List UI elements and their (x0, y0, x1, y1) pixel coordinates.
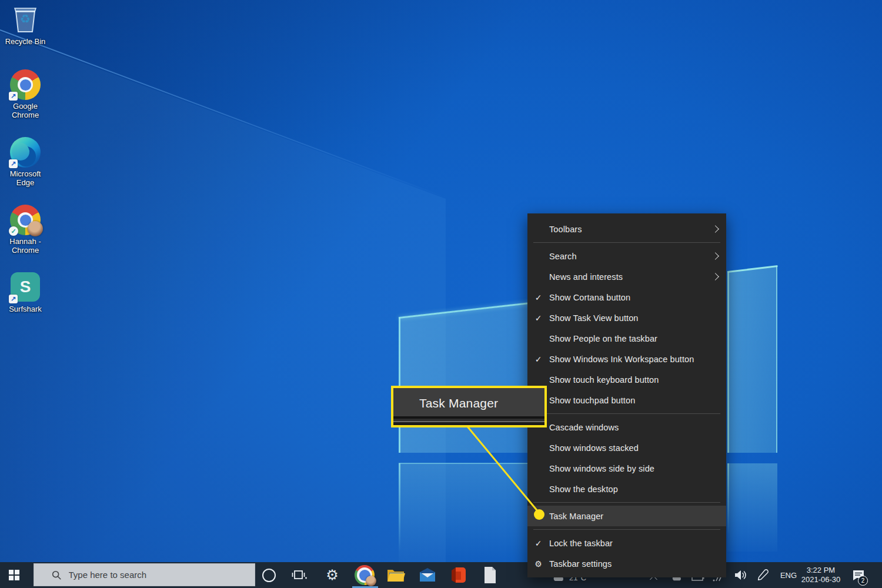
action-center-button[interactable]: 2 (848, 563, 869, 587)
notification-count-badge: 2 (858, 576, 868, 586)
desktop-icon-hannah-chrome[interactable]: ✓ Hannah - Chrome (2, 205, 49, 255)
cortana-icon (262, 569, 276, 582)
wallpaper-window-pane (727, 463, 777, 552)
language-indicator[interactable]: ENG (777, 563, 800, 587)
menu-item-show-windows-ink-workspace[interactable]: ✓ Show Windows Ink Workspace button (527, 349, 726, 369)
task-manager-callout: Task Manager (391, 386, 547, 427)
menu-item-taskbar-settings[interactable]: ⚙ Taskbar settings (527, 553, 726, 574)
chevron-right-icon (711, 225, 719, 233)
recycle-bin-icon: ♻ (10, 5, 41, 35)
menu-item-show-windows-side-by-side[interactable]: Show windows side by side (527, 458, 726, 479)
menu-item-show-touchpad[interactable]: Show touchpad button (527, 390, 726, 410)
pen-icon (756, 569, 769, 582)
profile-avatar (28, 221, 43, 236)
surfshark-icon: S ↗ (10, 272, 41, 303)
profile-check-icon: ✓ (9, 226, 18, 236)
desktop-icon-surfshark[interactable]: S ↗ Surfshark (2, 272, 49, 313)
chrome-profile-icon: ✓ (10, 205, 41, 235)
windows-desktop: ♻ Recycle Bin ↗ Google Chrome ↗ Microsof… (0, 0, 882, 588)
chevron-right-icon (711, 273, 719, 280)
menu-item-show-task-view-button[interactable]: ✓ Show Task View button (527, 308, 726, 328)
checkmark-icon: ✓ (527, 313, 549, 323)
wallpaper-pane-edge (399, 463, 400, 552)
task-view-icon (292, 568, 307, 582)
callout-separator-strip (393, 416, 544, 425)
start-button[interactable] (0, 563, 28, 587)
desktop-icon-label: Recycle Bin (2, 37, 49, 46)
settings-button[interactable]: ⚙ (320, 563, 344, 587)
wallpaper-pane-edge (776, 266, 778, 453)
document-icon (483, 566, 497, 584)
office-button[interactable] (447, 563, 470, 587)
date-label: 2021-06-30 (801, 575, 841, 584)
menu-item-search[interactable]: Search (527, 246, 726, 266)
chrome-icon: ↗ (10, 69, 41, 100)
wallpaper-pane-edge (727, 272, 729, 453)
recycle-symbol-icon: ♻ (10, 12, 41, 26)
speaker-icon (733, 568, 747, 582)
taskbar-context-menu: Toolbars Search News and interests ✓ Sho… (527, 213, 726, 577)
wallpaper-window-pane (727, 266, 777, 453)
chevron-right-icon (711, 252, 719, 260)
menu-item-cascade-windows[interactable]: Cascade windows (527, 417, 726, 437)
desktop-icon-recycle-bin[interactable]: ♻ Recycle Bin (2, 5, 49, 46)
menu-item-show-windows-stacked[interactable]: Show windows stacked (527, 437, 726, 458)
menu-separator (533, 529, 720, 530)
menu-item-task-manager[interactable]: Task Manager (527, 506, 726, 526)
desktop-icon-label: Google Chrome (2, 102, 49, 119)
menu-item-show-the-desktop[interactable]: Show the desktop (527, 479, 726, 499)
menu-separator (533, 242, 720, 243)
menu-item-show-people[interactable]: Show People on the taskbar (527, 328, 726, 349)
file-explorer-button[interactable] (384, 563, 407, 587)
shortcut-arrow-icon: ↗ (9, 295, 18, 303)
folder-icon (386, 567, 405, 583)
checkmark-icon: ✓ (527, 293, 549, 302)
office-icon (450, 566, 467, 584)
menu-item-show-cortana-button[interactable]: ✓ Show Cortana button (527, 287, 726, 308)
checkmark-icon: ✓ (527, 539, 549, 548)
shortcut-arrow-icon: ↗ (9, 159, 18, 168)
chrome-icon (355, 565, 375, 585)
taskbar-search[interactable] (34, 563, 255, 586)
menu-item-lock-the-taskbar[interactable]: ✓ Lock the taskbar (527, 533, 726, 553)
volume-button[interactable] (733, 563, 748, 587)
menu-item-show-touch-keyboard[interactable]: Show touch keyboard button (527, 369, 726, 390)
windows-logo-icon (9, 570, 19, 580)
taskbar-chrome-button[interactable] (353, 563, 376, 587)
desktop-icon-google-chrome[interactable]: ↗ Google Chrome (2, 69, 49, 119)
desktop-icon-microsoft-edge[interactable]: ↗ Microsoft Edge (2, 137, 49, 187)
desktop-icon-label: Microsoft Edge (2, 169, 49, 187)
language-label: ENG (780, 571, 797, 580)
menu-item-toolbars[interactable]: Toolbars (527, 219, 726, 239)
menu-separator (533, 413, 720, 414)
document-button[interactable] (478, 563, 502, 587)
wallpaper-pane-edge (399, 318, 400, 453)
wallpaper-pane-edge (727, 463, 729, 534)
taskbar: ⚙ (0, 562, 882, 588)
edge-icon: ↗ (10, 137, 41, 168)
cortana-button[interactable] (257, 563, 280, 587)
callout-label: Task Manager (419, 396, 498, 410)
checkmark-icon: ✓ (527, 355, 549, 364)
gear-icon: ⚙ (326, 567, 339, 583)
shortcut-arrow-icon: ↗ (9, 92, 18, 101)
desktop-icon-label: Hannah - Chrome (2, 237, 49, 255)
clock[interactable]: 3:22 PM 2021-06-30 (799, 563, 843, 587)
search-icon (51, 570, 62, 580)
mail-button[interactable] (416, 563, 439, 587)
mail-icon (418, 567, 437, 583)
menu-item-news-and-interests[interactable]: News and interests (527, 266, 726, 287)
task-view-button[interactable] (288, 563, 311, 587)
search-input[interactable] (68, 569, 246, 580)
windows-ink-button[interactable] (755, 563, 770, 587)
time-label: 3:22 PM (807, 566, 835, 575)
gear-icon: ⚙ (527, 559, 549, 569)
callout-dot (534, 509, 544, 520)
menu-separator (533, 502, 720, 503)
desktop-icon-label: Surfshark (2, 305, 49, 313)
